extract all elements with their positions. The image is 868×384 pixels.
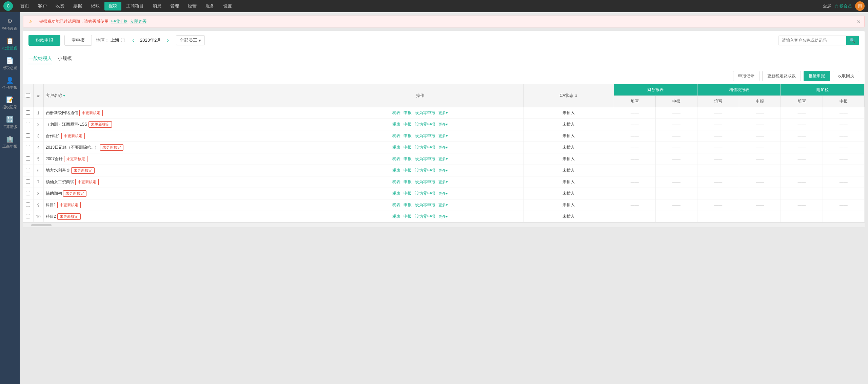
cell-extra-fill: —— (781, 176, 823, 188)
btn-update-tax[interactable]: 更新税定及取数 (762, 71, 801, 81)
sidebar-item-settlement[interactable]: 🔢 汇算清缴 (0, 113, 20, 132)
op-declare[interactable]: 申报 (403, 156, 412, 161)
op-declare[interactable]: 申报 (403, 191, 412, 196)
row-checkbox-2[interactable] (26, 133, 30, 138)
op-tax-table[interactable]: 税表 (392, 202, 400, 207)
tab-zero-declaration[interactable]: 零申报 (64, 35, 92, 46)
search-button[interactable]: 🔍 (846, 36, 859, 45)
btn-batch-declare[interactable]: 批量申报 (804, 71, 830, 81)
sidebar-item-tax-record[interactable]: 📝 报税记录 (0, 93, 20, 112)
batch-icon: 📋 (6, 37, 14, 45)
date-next-button[interactable]: › (164, 36, 172, 44)
op-set-zero[interactable]: 设为零申报 (415, 110, 435, 115)
nav-home[interactable]: 首页 (16, 2, 33, 10)
op-tax-table[interactable]: 税表 (392, 145, 400, 150)
nav-client[interactable]: 客户 (34, 2, 51, 10)
nav-business[interactable]: 工商项目 (122, 2, 148, 10)
op-more[interactable]: 更多▾ (438, 122, 448, 126)
op-tax-table[interactable]: 税表 (392, 156, 400, 161)
op-more[interactable]: 更多▾ (438, 134, 448, 138)
row-checkbox-5[interactable] (26, 168, 30, 172)
op-more[interactable]: 更多▾ (438, 157, 448, 161)
sidebar-item-personal-tax[interactable]: 👤 个税申报 (0, 74, 20, 93)
op-tax-table[interactable]: 税表 (392, 214, 400, 219)
op-declare[interactable]: 申报 (403, 179, 412, 184)
nav-settings[interactable]: 设置 (219, 2, 236, 10)
nav-invoice[interactable]: 票据 (69, 2, 86, 10)
row-checkbox-9[interactable] (26, 214, 30, 218)
op-more[interactable]: 更多▾ (438, 203, 448, 207)
select-all-checkbox[interactable] (26, 93, 30, 98)
cell-finance-fill: —— (614, 153, 655, 165)
cell-name: 2007会计 未更新核定 (43, 153, 317, 165)
member-btn[interactable]: ☆ 畅会员 (834, 3, 852, 9)
row-checkbox-8[interactable] (26, 202, 30, 207)
op-more[interactable]: 更多▾ (438, 111, 448, 115)
row-checkbox-4[interactable] (26, 156, 30, 161)
op-set-zero[interactable]: 设为零申报 (415, 179, 435, 184)
fullscreen-btn[interactable]: 全屏 (823, 3, 831, 9)
nav-message[interactable]: 消息 (149, 2, 165, 10)
nav-collect[interactable]: 收费 (52, 2, 68, 10)
sidebar-item-tax-settings[interactable]: ⚙ 报税设置 (0, 15, 20, 34)
tab-tax-declaration[interactable]: 税款申报 (28, 35, 60, 46)
staff-select[interactable]: 全部员工 ▾ (176, 35, 205, 45)
search-input[interactable] (778, 36, 846, 44)
banner-link-buy[interactable]: 立即购买 (130, 19, 146, 24)
op-set-zero[interactable]: 设为零申报 (415, 145, 435, 150)
table-row: 7 杨仙女工资商试 未更新核定 税表 申报 设为零申报 更多▾ 未插入 —— —… (23, 176, 865, 188)
sidebar-item-annual-report[interactable]: 🏢 工商年报 (0, 133, 20, 152)
op-set-zero[interactable]: 设为零申报 (415, 156, 435, 161)
op-more[interactable]: 更多▾ (438, 168, 448, 172)
date-prev-button[interactable]: ‹ (129, 36, 137, 44)
btn-declaration-record[interactable]: 申报记录 (733, 71, 760, 81)
sidebar-item-batch-tax[interactable]: 📋 批量报税 (0, 35, 20, 54)
sub-tab-general[interactable]: 一般纳税人 (28, 54, 52, 64)
op-tax-table[interactable]: 税表 (392, 110, 400, 115)
op-tax-table[interactable]: 税表 (392, 191, 400, 196)
op-declare[interactable]: 申报 (403, 133, 412, 138)
sidebar-item-tax-overview[interactable]: 📄 报税总览 (0, 54, 20, 73)
nav-operation[interactable]: 经营 (184, 2, 201, 10)
op-set-zero[interactable]: 设为零申报 (415, 133, 435, 138)
row-checkbox-7[interactable] (26, 191, 30, 195)
op-tax-table[interactable]: 税表 (392, 122, 400, 127)
banner-link-report[interactable]: 申报汇签 (111, 19, 127, 24)
op-tax-table[interactable]: 税表 (392, 168, 400, 173)
op-tax-table[interactable]: 税表 (392, 133, 400, 138)
op-declare[interactable]: 申报 (403, 168, 412, 173)
sub-tab-small[interactable]: 小规模 (58, 54, 72, 64)
nav-manage[interactable]: 管理 (166, 2, 183, 10)
op-set-zero[interactable]: 设为零申报 (415, 168, 435, 173)
cell-num: 7 (33, 176, 43, 188)
nav-service[interactable]: 服务 (201, 2, 218, 10)
op-tax-table[interactable]: 税表 (392, 179, 400, 184)
client-name-text: 合作社1 (46, 133, 60, 138)
sidebar: ⚙ 报税设置 📋 批量报税 📄 报税总览 👤 个税申报 📝 报税记录 🔢 汇算清… (0, 12, 20, 384)
row-checkbox-1[interactable] (26, 122, 30, 126)
row-checkbox-0[interactable] (26, 110, 30, 115)
cell-operations: 税表 申报 设为零申报 更多▾ (317, 153, 524, 165)
row-checkbox-3[interactable] (26, 145, 30, 149)
op-set-zero[interactable]: 设为零申报 (415, 202, 435, 207)
op-more[interactable]: 更多▾ (438, 191, 448, 195)
op-declare[interactable]: 申报 (403, 110, 412, 115)
row-checkbox-6[interactable] (26, 179, 30, 184)
horizontal-scrollbar[interactable] (23, 222, 865, 227)
op-declare[interactable]: 申报 (403, 122, 412, 127)
region-info-icon[interactable]: ⓘ (121, 37, 125, 43)
op-declare[interactable]: 申报 (403, 214, 412, 219)
nav-tax[interactable]: 报税 (104, 2, 121, 10)
banner-close[interactable]: ✕ (857, 19, 861, 24)
op-declare[interactable]: 申报 (403, 145, 412, 150)
btn-collect-receipt[interactable]: 收取回执 (833, 71, 859, 81)
op-set-zero[interactable]: 设为零申报 (415, 122, 435, 127)
op-set-zero[interactable]: 设为零申报 (415, 191, 435, 196)
nav-accounting[interactable]: 记账 (87, 2, 104, 10)
avatar[interactable]: 用 (855, 1, 865, 11)
op-more[interactable]: 更多▾ (438, 145, 448, 149)
op-declare[interactable]: 申报 (403, 202, 412, 207)
op-set-zero[interactable]: 设为零申报 (415, 214, 435, 219)
op-more[interactable]: 更多▾ (438, 214, 448, 218)
op-more[interactable]: 更多▾ (438, 180, 448, 184)
